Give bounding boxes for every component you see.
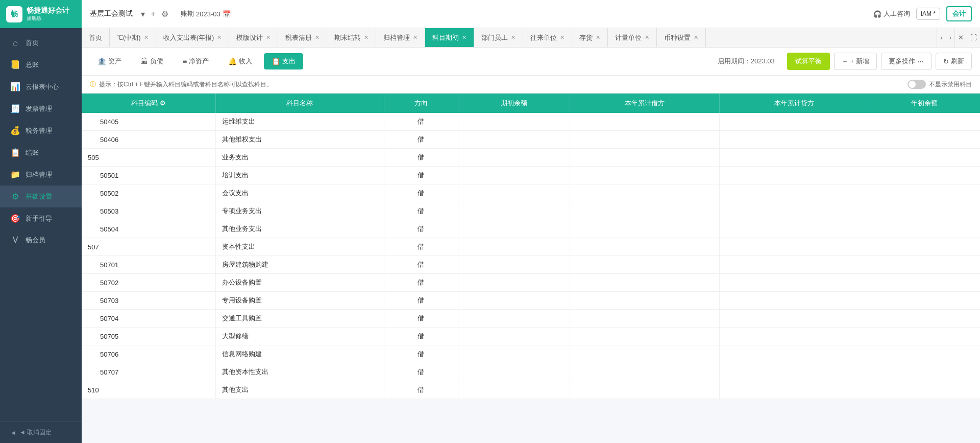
user-button[interactable]: 会计 [946,6,972,21]
disable-toggle[interactable] [908,80,926,89]
table-row[interactable]: 50502会议支出借 [82,184,980,202]
column-settings-icon[interactable]: ⚙ [158,99,166,107]
tab-label-tax: 税表清册 [285,33,312,42]
notice-bar: ⓘ 提示：按Ctrl + F键并输入科目编码或者科目名称可以查找科目。 不显示禁… [82,76,980,94]
app-edition: 旗舰版 [27,15,69,22]
table-row[interactable]: 50702办公设备购置借 [82,274,980,292]
cell-yearinit-7 [869,238,980,256]
table-row[interactable]: 50704交通工具购置借 [82,310,980,328]
table-row[interactable]: 50705大型修缮借 [82,328,980,345]
tab-inventory[interactable]: 存货✕ [572,28,608,48]
cell-balance-3 [458,167,570,184]
cell-debit-10 [570,292,719,310]
tab-close-income[interactable]: ✕ [217,34,222,41]
tabs-prev-btn[interactable]: ‹ [937,28,945,48]
cell-balance-6 [458,220,570,238]
cell-debit-8 [570,256,719,274]
tab-close-currency[interactable]: ✕ [694,34,698,41]
tab-subjects[interactable]: 科目期初✕ [425,28,474,48]
tab-close-tax[interactable]: ✕ [315,34,320,41]
cell-direction-7: 借 [384,238,458,256]
cell-credit-10 [719,292,869,310]
tab-contacts[interactable]: 往来单位✕ [523,28,572,48]
filter-tab-expense[interactable]: 📋 支出 [264,53,303,69]
filter-tab-asset[interactable]: 🏦 资产 [90,53,129,69]
tabs-expand-btn[interactable]: ⛶ [967,28,980,48]
sidebar-item-home[interactable]: ⌂ 首页 [0,32,82,54]
tab-close-inventory[interactable]: ✕ [596,34,600,41]
sidebar-item-settlement[interactable]: 📋 结账 [0,142,82,164]
tab-label-inventory: 存货 [579,33,593,42]
cell-credit-12 [719,328,869,345]
headset-icon: 🎧 [873,10,881,18]
tabs-close-btn[interactable]: ✕ [954,28,967,48]
tab-income[interactable]: 收入支出表(年报)✕ [156,28,230,48]
table-row[interactable]: 50406其他维权支出借 [82,131,980,149]
col-header-3: 期初余额 [458,94,570,113]
tab-close-template[interactable]: ✕ [266,34,271,41]
sidebar-item-member[interactable]: V 畅会员 [0,229,82,251]
filter-tab-net_asset[interactable]: ≡ 净资产 [175,53,216,69]
table-row[interactable]: 50707其他资本性支出借 [82,363,980,381]
sidebar-item-ledger[interactable]: 📒 总账 [0,54,82,76]
cell-credit-2 [719,149,869,167]
home-label: 首页 [26,38,39,48]
refresh-btn[interactable]: ↻ 刷新 [936,53,972,70]
table-row[interactable]: 50503专项业务支出借 [82,202,980,220]
tab-label-currency: 币种设置 [664,33,691,42]
tax_mgmt-label: 税务管理 [26,126,52,135]
tab-dept[interactable]: 部门员工✕ [474,28,523,48]
company-name: 基层工会测试 [90,9,133,18]
refresh-icon: ↻ [943,58,949,65]
sidebar-item-guide[interactable]: 🎯 新手引导 [0,207,82,229]
add-company-icon[interactable]: ＋ [149,9,157,19]
tab-template[interactable]: 模版设计✕ [229,28,278,48]
tab-close-yearend[interactable]: ✕ [364,34,369,41]
table-row[interactable]: 507资本性支出借 [82,238,980,256]
tab-close-archive[interactable]: ✕ [413,34,418,41]
tab-tax[interactable]: 税表清册✕ [278,28,327,48]
add-btn[interactable]: ＋ + 新增 [834,53,877,70]
filter-tab-label-asset: 资产 [108,57,121,66]
tabs-next-btn[interactable]: › [946,28,954,48]
tab-archive[interactable]: 归档管理✕ [376,28,425,48]
table-row[interactable]: 510其他支出借 [82,381,980,399]
table-row[interactable]: 50501培训支出借 [82,167,980,184]
table-row[interactable]: 50405运维维支出借 [82,113,980,131]
tab-home[interactable]: 首页 [82,28,110,48]
invoice-label: 发票管理 [26,104,52,113]
tab-unit[interactable]: 计量单位✕ [608,28,657,48]
balance-btn[interactable]: 试算平衡 [787,53,830,70]
tab-period[interactable]: ℃(中期)✕ [110,28,156,48]
table-row[interactable]: 50701房屋建筑物购建借 [82,256,980,274]
cell-debit-4 [570,184,719,202]
sidebar-item-archive[interactable]: 📁 归档管理 [0,164,82,185]
settings-icon[interactable]: ⚙ [161,9,168,19]
tab-yearend[interactable]: 期末结转✕ [327,28,376,48]
dropdown-icon[interactable]: ▾ [141,9,145,19]
app-name-group: 畅捷通好会计 旗舰版 [27,6,69,22]
tab-close-period[interactable]: ✕ [144,34,149,41]
table-row[interactable]: 50706信息网络购建借 [82,345,980,363]
sidebar-item-reports[interactable]: 📊 云报表中心 [0,76,82,98]
period-display-label: 启用期间：2023.03 [718,57,775,66]
sidebar-logo: 畅 畅捷通好会计 旗舰版 [0,0,82,28]
sidebar-item-settings[interactable]: ⚙ 基础设置 [0,185,82,207]
tab-currency[interactable]: 币种设置✕ [657,28,706,48]
sidebar-item-tax_mgmt[interactable]: 💰 税务管理 [0,120,82,142]
filter-tab-income_tab[interactable]: 🔔 收入 [220,53,260,69]
sidebar-item-invoice[interactable]: 🧾 发票管理 [0,98,82,120]
table-row[interactable]: 505业务支出借 [82,149,980,167]
filter-tab-icon-asset: 🏦 [97,57,106,65]
help-button[interactable]: 🎧 人工咨询 [873,9,910,18]
tab-close-contacts[interactable]: ✕ [560,34,565,41]
tab-close-subjects[interactable]: ✕ [462,34,467,41]
calendar-icon[interactable]: 📅 [223,10,231,18]
table-row[interactable]: 50703专用设备购置借 [82,292,980,310]
tab-close-unit[interactable]: ✕ [645,34,649,41]
sidebar-footer-collapse[interactable]: ◄ ◄ 取消固定 [0,422,82,443]
more-btn[interactable]: 更多操作 ⋯ [881,53,932,70]
table-row[interactable]: 50504其他业务支出借 [82,220,980,238]
filter-tab-liability[interactable]: 🏛 负债 [133,53,171,69]
tab-close-dept[interactable]: ✕ [511,34,516,41]
